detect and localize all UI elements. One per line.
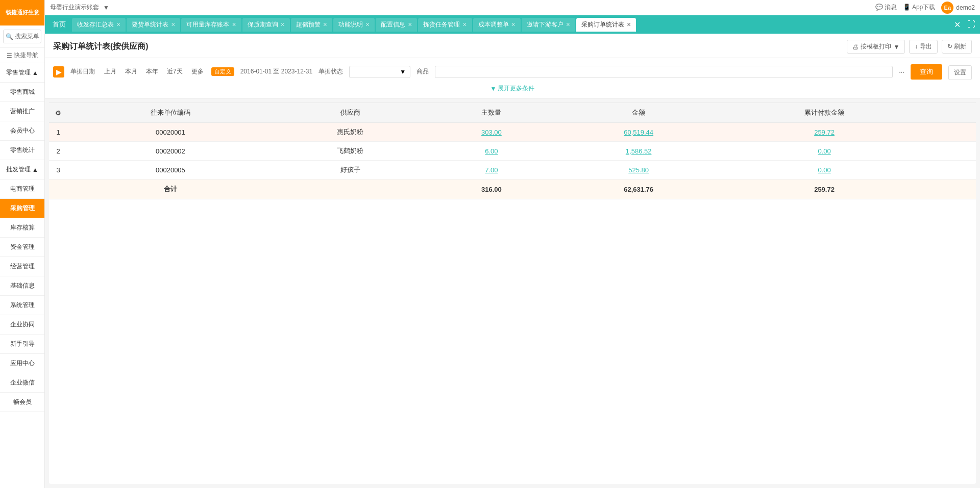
search-label: 搜索菜单 — [15, 32, 39, 41]
footer-amount: 62,631.76 — [556, 179, 721, 199]
col-supplier: 供应商 — [274, 103, 427, 123]
arrow-icon: ▲ — [32, 69, 38, 76]
tab-6[interactable]: 功能说明× — [333, 18, 375, 32]
row-paid[interactable]: 259.72 — [721, 123, 927, 142]
query-button[interactable]: 查询 — [911, 64, 942, 80]
row-code: 00020002 — [67, 142, 274, 161]
sidebar-item-系统管理[interactable]: 系统管理 — [0, 296, 44, 315]
refresh-button[interactable]: ↻ 刷新 — [942, 40, 972, 54]
tab-close-9[interactable]: × — [511, 21, 516, 28]
sidebar-item-营销推广[interactable]: 营销推广 — [0, 102, 44, 121]
app-download-button[interactable]: 📱 App下载 — [903, 3, 935, 12]
tab-7[interactable]: 配置信息× — [376, 18, 417, 32]
filter-bar: ▶ 单据日期 上月 本月 本年 近7天 更多 自定义 2016-01-01 至 … — [45, 58, 980, 98]
sidebar-item-零售管理[interactable]: 零售管理 ▲ — [0, 63, 44, 83]
page-content: 采购订单统计表(按供应商) 🖨 按模板打印 ▼ ↓ 导出 ↻ 刷新 — [45, 34, 980, 488]
sidebar-item-采购管理[interactable]: 采购管理 — [0, 199, 44, 218]
store-dropdown-icon[interactable]: ▼ — [103, 4, 109, 11]
status-select[interactable]: ▼ — [349, 66, 410, 78]
row-paid[interactable]: 0.00 — [721, 161, 927, 179]
shortcut-this-month[interactable]: 本月 — [122, 66, 140, 78]
tab-close-1[interactable]: × — [116, 21, 120, 28]
tab-close-6[interactable]: × — [365, 21, 370, 28]
tab-close-8[interactable]: × — [462, 21, 467, 28]
row-paid[interactable]: 0.00 — [721, 142, 927, 161]
settings-col-header[interactable]: ⚙ — [49, 103, 67, 123]
tab-close-3[interactable]: × — [232, 21, 236, 28]
row-amount[interactable]: 525.80 — [556, 161, 721, 179]
tabbar-actions: ✕ ⛶ — [952, 19, 977, 31]
sidebar-item-经营管理[interactable]: 经营管理 — [0, 257, 44, 276]
search-menu-button[interactable]: 🔍 搜索菜单 — [3, 30, 41, 43]
table-footer-row: 合计 316.00 62,631.76 259.72 — [49, 179, 976, 199]
sidebar-item-资金管理[interactable]: 资金管理 — [0, 238, 44, 257]
table-row: 3 00020005 好孩子 7.00 525.80 0.00 — [49, 161, 976, 179]
tab-11[interactable]: 采购订单统计表× — [576, 18, 636, 32]
row-code: 00020005 — [67, 161, 274, 179]
expand-more-button[interactable]: ▼ 展开更多条件 — [53, 84, 972, 93]
tab-8[interactable]: 拣货任务管理× — [418, 18, 472, 32]
page-title: 采购订单统计表(按供应商) — [53, 41, 149, 52]
table-section: ⚙ 往来单位编码 供应商 主数量 金额 累计付款金额 1 00020001 惠氏… — [49, 102, 976, 484]
tab-close-10[interactable]: × — [566, 21, 570, 28]
row-extra — [927, 142, 976, 161]
tab-5[interactable]: 超储预警× — [291, 18, 332, 32]
tab-10[interactable]: 邀请下游客户× — [522, 18, 575, 32]
sidebar-item-新手引导[interactable]: 新手引导 — [0, 335, 44, 354]
sidebar-item-零售统计[interactable]: 零售统计 — [0, 141, 44, 160]
maximize-button[interactable]: ⛶ — [965, 19, 977, 30]
print-button[interactable]: 🖨 按模板打印 ▼ — [847, 40, 905, 54]
row-quantity[interactable]: 6.00 — [427, 142, 556, 161]
refresh-label: 刷新 — [954, 43, 966, 50]
sidebar-item-电商管理[interactable]: 电商管理 — [0, 179, 44, 199]
user-menu[interactable]: Ea demo2 — [941, 2, 975, 14]
shortcut-last-month[interactable]: 上月 — [101, 66, 119, 78]
topbar-left: 母婴行业演示账套 ▼ — [50, 3, 109, 12]
quick-nav-button[interactable]: ☰ 快捷导航 — [0, 48, 44, 63]
sidebar-item-基础信息[interactable]: 基础信息 — [0, 276, 44, 296]
shortcut-more[interactable]: 更多 — [188, 66, 207, 78]
tab-9[interactable]: 成本调整单× — [473, 18, 521, 32]
print-icon: 🖨 — [852, 43, 859, 50]
row-amount[interactable]: 60,519.44 — [556, 123, 721, 142]
shortcut-7days[interactable]: 近7天 — [164, 66, 186, 78]
tab-4[interactable]: 保质期查询× — [242, 18, 290, 32]
tab-close-5[interactable]: × — [323, 21, 327, 28]
col-amount: 金额 — [556, 103, 721, 123]
export-button[interactable]: ↓ 导出 — [909, 40, 937, 54]
settings-button[interactable]: 设置 — [948, 65, 972, 80]
sidebar-item-会员中心[interactable]: 会员中心 — [0, 121, 44, 141]
sidebar-item-应用中心[interactable]: 应用中心 — [0, 354, 44, 373]
row-quantity[interactable]: 303.00 — [427, 123, 556, 142]
sidebar-item-库存核算[interactable]: 库存核算 — [0, 218, 44, 238]
sidebar-item-批发管理[interactable]: 批发管理 ▲ — [0, 160, 44, 179]
tab-3[interactable]: 可用量库存账本× — [181, 18, 241, 32]
tab-close-4[interactable]: × — [281, 21, 285, 28]
print-label: 按模板打印 — [861, 42, 891, 51]
tab-label-1: 收发存汇总表 — [77, 20, 114, 29]
message-button[interactable]: 💬 消息 — [875, 3, 897, 12]
row-amount[interactable]: 1,586.52 — [556, 142, 721, 161]
sidebar-item-零售商城[interactable]: 零售商城 — [0, 83, 44, 102]
footer-paid: 259.72 — [721, 179, 927, 199]
sidebar-item-企业协同[interactable]: 企业协同 — [0, 315, 44, 335]
sidebar-item-企业微信[interactable]: 企业微信 — [0, 373, 44, 393]
tab-close-2[interactable]: × — [171, 21, 175, 28]
search-icon: 🔍 — [6, 33, 13, 40]
expand-filter-button[interactable]: ▶ — [53, 66, 64, 78]
goods-more-icon[interactable]: ··· — [899, 68, 904, 75]
logo-text: 畅捷通好生意 — [6, 9, 39, 16]
tab-close-11[interactable]: × — [627, 21, 631, 28]
sidebar-item-畅会员[interactable]: 畅会员 — [0, 393, 44, 412]
shortcut-this-year[interactable]: 本年 — [143, 66, 161, 78]
tab-0[interactable]: 首页 — [47, 17, 71, 32]
tab-2[interactable]: 要货单统计表× — [127, 18, 180, 32]
close-tab-button[interactable]: ✕ — [952, 19, 963, 31]
tab-1[interactable]: 收发存汇总表× — [72, 18, 126, 32]
footer-label: 合计 — [67, 179, 274, 199]
goods-input[interactable] — [435, 66, 893, 78]
row-quantity[interactable]: 7.00 — [427, 161, 556, 179]
tab-close-7[interactable]: × — [408, 21, 412, 28]
sidebar-search-section: 🔍 搜索菜单 — [0, 25, 44, 48]
print-dropdown-icon: ▼ — [893, 43, 899, 50]
